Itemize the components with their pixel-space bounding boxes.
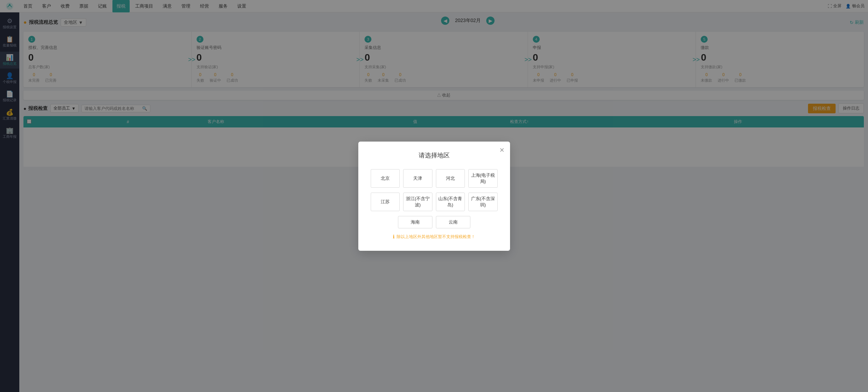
warning-icon: ℹ: [393, 234, 395, 239]
region-btn-天津[interactable]: 天津: [403, 169, 432, 188]
region-btn-江苏[interactable]: 江苏: [371, 193, 400, 211]
region-btn-浙江(不含宁波)[interactable]: 浙江(不含宁波): [403, 193, 432, 211]
region-btn-海南[interactable]: 海南: [398, 216, 432, 228]
region-row-bottom: 海南云南: [371, 216, 498, 228]
region-grid-row1: 北京天津河北上海(电子税局): [371, 169, 498, 188]
modal: ✕ 请选择地区 北京天津河北上海(电子税局) 江苏浙江(不含宁波)山东(不含青岛…: [358, 142, 510, 251]
region-btn-广东(不含深圳)[interactable]: 广东(不含深圳): [468, 193, 498, 211]
region-btn-云南[interactable]: 云南: [436, 216, 470, 228]
region-grid-row2: 江苏浙江(不含宁波)山东(不含青岛)广东(不含深圳): [371, 193, 498, 211]
region-btn-北京[interactable]: 北京: [371, 169, 400, 188]
warning-text: 除以上地区外其他地区暂不支持报税检查！: [397, 234, 475, 240]
modal-warning: ℹ 除以上地区外其他地区暂不支持报税检查！: [371, 234, 498, 240]
region-btn-上海(电子税局)[interactable]: 上海(电子税局): [468, 169, 498, 188]
region-btn-河北[interactable]: 河北: [436, 169, 465, 188]
modal-overlay[interactable]: ✕ 请选择地区 北京天津河北上海(电子税局) 江苏浙江(不含宁波)山东(不含青岛…: [0, 0, 868, 392]
modal-title: 请选择地区: [371, 151, 498, 159]
modal-close-button[interactable]: ✕: [499, 146, 505, 154]
region-btn-山东(不含青岛)[interactable]: 山东(不含青岛): [436, 193, 465, 211]
